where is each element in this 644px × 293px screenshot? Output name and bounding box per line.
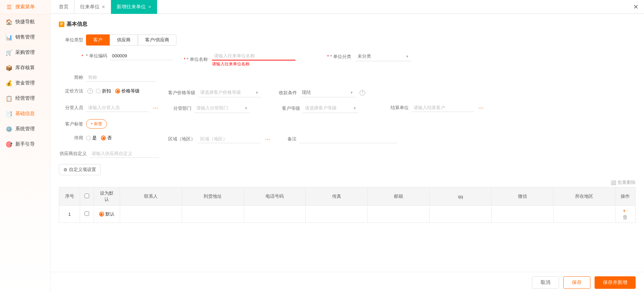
sidebar-item-inventory[interactable]: 📦 库存核算	[0, 60, 50, 75]
unit-type-both-btn[interactable]: 客户/供应商	[138, 34, 176, 46]
dept-select[interactable]: 请输入分管部门 ▼	[194, 104, 250, 113]
manager-more-btn[interactable]: ···	[151, 104, 159, 112]
unit-name-input[interactable]	[212, 52, 296, 60]
sidebar-item-label: 库存核算	[15, 65, 35, 71]
qq-input[interactable]	[434, 212, 487, 217]
row-checkbox[interactable]	[85, 211, 89, 216]
cell-wechat[interactable]	[492, 206, 553, 223]
wechat-input[interactable]	[496, 212, 549, 217]
disabled-no-radio[interactable]: 否	[101, 135, 112, 141]
remark-label: 备注	[283, 136, 297, 142]
tag-add-button[interactable]: + 标签	[86, 119, 107, 129]
short-name-row: 简称	[59, 73, 636, 82]
footer: 取消 保存 保存并新增	[50, 272, 644, 293]
remark-input[interactable]	[299, 135, 397, 143]
region-more-btn[interactable]: ···	[264, 136, 272, 143]
save-button[interactable]: 保存	[563, 276, 590, 289]
tab-new-partner[interactable]: 新增往来单位 ✕	[111, 0, 157, 14]
address-input[interactable]	[186, 212, 239, 217]
settlement-field: 结算单位 ···	[388, 104, 485, 112]
unit-type-label: 单位类型	[59, 37, 83, 43]
tab-close-new-partner[interactable]: ✕	[148, 5, 151, 9]
inventory-icon: 📦	[6, 64, 13, 71]
custom-settings-button[interactable]: ⚙ 自定义项设置	[59, 164, 101, 175]
tab-partner-list[interactable]: 往来单位 ✕	[74, 0, 111, 14]
sidebar-item-system-mgmt[interactable]: ⚙️ 系统管理	[0, 121, 50, 137]
manager-input[interactable]	[86, 104, 149, 112]
sidebar-item-basic-info[interactable]: 📑 基础信息	[0, 106, 50, 121]
pricing-discount-radio[interactable]: 折扣	[96, 88, 111, 94]
finance-icon: 💰	[6, 80, 13, 87]
tab-close-partner-list[interactable]: ✕	[102, 5, 105, 9]
unit-type-customer-btn[interactable]: 客户	[86, 34, 110, 46]
cell-address[interactable]	[182, 206, 244, 223]
batch-delete-label[interactable]: 批量删除	[618, 179, 636, 186]
add-row-icon[interactable]: +	[623, 208, 626, 214]
supplier-custom-input[interactable]	[89, 149, 159, 158]
sidebar-item-sales-mgmt[interactable]: 📊 销售管理	[0, 30, 50, 45]
unit-name-label: * * 单位名称	[184, 56, 209, 63]
cell-qq[interactable]	[430, 206, 492, 223]
contact-table: 序号 设为默认 联系人 到货地址 电话号码 传真 邮箱 qq 微信 所在地区 操…	[59, 187, 636, 223]
sidebar-item-quick-nav[interactable]: 🏠 快捷导航	[0, 14, 50, 30]
search-menu[interactable]: ☰ 搜索菜单	[0, 0, 50, 14]
phone-input[interactable]	[248, 212, 301, 217]
batch-delete-area: ⬜ 批量删除	[59, 179, 636, 186]
unit-name-field: * * 单位名称 请输入往来单位名称	[184, 52, 316, 67]
payment-terms-select[interactable]: 现结 ▼	[300, 88, 355, 97]
payment-terms-help-icon[interactable]: ?	[360, 90, 365, 96]
table-select-all[interactable]	[85, 194, 89, 198]
delete-row-icon[interactable]: 🗑	[622, 214, 628, 220]
main-area: 首页 往来单位 ✕ 新增往来单位 ✕ ✕ P 基本信息 单位类型 客户 供应商 …	[50, 0, 644, 293]
cell-contact[interactable]	[120, 206, 182, 223]
disabled-no-circle	[101, 136, 106, 140]
fax-input[interactable]	[310, 212, 363, 217]
chevron-down-icon: ▼	[406, 55, 409, 58]
unit-info-row: * 单位编码 * * 单位名称 请输入往来单位名称 * * 单位分类 未分类	[59, 52, 636, 67]
cell-fax[interactable]	[306, 206, 368, 223]
custom-settings-area: ⚙ 自定义项设置	[59, 164, 636, 175]
sidebar-item-label: 系统管理	[15, 126, 35, 132]
pricing-level-radio[interactable]: 价格等级	[115, 88, 140, 94]
unit-type-supplier-btn[interactable]: 供应商	[110, 34, 138, 46]
region-input[interactable]	[198, 135, 261, 143]
disabled-yes-circle	[86, 136, 91, 140]
table-header-checkbox[interactable]	[80, 187, 94, 206]
customer-tag-row: 客户标签 + 标签	[59, 119, 636, 129]
disabled-radio-group: 是 否	[86, 135, 112, 141]
operations-icon: 📋	[6, 95, 13, 102]
cell-checkbox[interactable]	[80, 206, 94, 223]
pricing-help-icon[interactable]: ?	[87, 88, 93, 94]
sidebar-item-new-guide[interactable]: 🎯 新手引导	[0, 137, 50, 152]
short-name-input[interactable]	[86, 73, 156, 82]
pricing-radio-group: 折扣 价格等级	[96, 88, 140, 94]
save-new-button[interactable]: 保存并新增	[595, 276, 636, 289]
customer-level-select[interactable]: 请选择客户等级 ▼	[303, 104, 359, 113]
disabled-yes-radio[interactable]: 是	[86, 135, 97, 141]
contact-input[interactable]	[124, 212, 178, 217]
cell-action[interactable]: + 🗑	[615, 206, 635, 223]
search-icon: ☰	[6, 3, 13, 10]
table-header-default: 设为默认	[94, 187, 120, 206]
sidebar-item-operations[interactable]: 📋 经营管理	[0, 91, 50, 106]
settlement-more-btn[interactable]: ···	[477, 104, 485, 112]
cell-default[interactable]: 默认	[94, 206, 120, 223]
tab-home[interactable]: 首页	[53, 0, 74, 14]
sidebar-item-finance[interactable]: 💰 资金管理	[0, 75, 50, 91]
unit-category-select[interactable]: 未分类 ▼	[355, 52, 411, 61]
unit-name-field-group: 请输入往来单位名称	[212, 52, 296, 67]
dept-label: 分管部门	[171, 105, 191, 112]
settlement-input[interactable]	[411, 104, 474, 112]
region-cell-input[interactable]	[558, 212, 611, 217]
cancel-button[interactable]: 取消	[532, 276, 559, 289]
unit-code-input[interactable]	[110, 52, 173, 60]
cell-email[interactable]	[368, 206, 430, 223]
default-radio-item[interactable]: 默认	[98, 211, 116, 217]
sidebar-item-purchase-mgmt[interactable]: 🛒 采购管理	[0, 45, 50, 60]
tab-bar-close-button[interactable]: ✕	[630, 3, 641, 11]
pricing-method-field: 定价方法 ? 折扣 价格等级	[59, 88, 156, 94]
customer-price-select[interactable]: 请选择客户价格等级 ▼	[198, 88, 261, 97]
cell-phone[interactable]	[244, 206, 306, 223]
cell-region[interactable]	[553, 206, 615, 223]
email-input[interactable]	[372, 212, 425, 217]
